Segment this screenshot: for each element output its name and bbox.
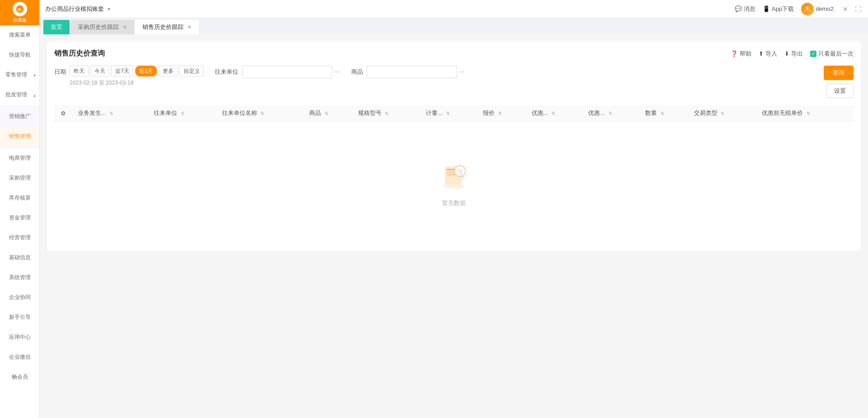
partner-dots[interactable]: ··· [334,66,340,78]
import-label: 导入 [765,50,777,58]
sidebar-item-quick-nav[interactable]: 快捷导航 [0,45,39,65]
tab-home[interactable]: 首页 [43,20,70,34]
sidebar-item-purchase-mgmt[interactable]: 采购管理 [0,168,39,188]
content-area: 销售历史价查询 ❓ 帮助 ⬆ 导入 ⬇ 导出 [40,34,868,418]
sidebar-item-corp-collab[interactable]: 企业协同 [0,288,39,308]
product-input[interactable] [367,66,457,78]
sort-icon[interactable]: ⇅ [260,111,264,116]
maximize-window-button[interactable]: ⛶ [854,5,863,14]
sidebar: 畅 标腾赢 搜索菜单 快捷导航 零售管理 ▾ 批发管理 ▴ 营销推广 销售管理 … [0,0,40,418]
tab-sales-history-close[interactable]: ✕ [187,24,192,30]
svg-rect-6 [447,172,455,173]
sort-icon[interactable]: ⇅ [807,111,810,116]
sidebar-item-label: 资金管理 [9,214,31,222]
product-dots[interactable]: ··· [459,66,465,78]
chevron-down-icon: ▾ [33,72,36,78]
empty-text: 暂无数据 [442,199,466,207]
col-discount1: 优惠... ⇅ [526,105,583,121]
sort-icon[interactable]: ⇅ [385,111,388,116]
sort-icon[interactable]: ⇅ [609,111,612,116]
col-product: 商品 ⇅ [304,105,353,121]
date-btn-last1month[interactable]: 近1月 [135,66,157,76]
sort-icon[interactable]: ⇅ [181,111,184,116]
sidebar-item-label: 畅会员 [12,374,28,381]
sidebar-item-label: 系统管理 [9,274,31,281]
sidebar-item-base-info[interactable]: 基础信息 [0,248,39,268]
sidebar-item-label: 基础信息 [9,254,31,261]
sidebar-item-search-menu[interactable]: 搜索菜单 [0,25,39,45]
col-settings: ⚙ [54,105,72,121]
sidebar-logo: 畅 标腾赢 [0,0,39,25]
import-button[interactable]: ⬆ 导入 [759,50,777,58]
sidebar-item-ecommerce[interactable]: 电商管理 [0,148,39,168]
message-icon: 💬 [735,5,742,12]
date-btn-more[interactable]: 更多 [159,66,178,76]
tab-purchase-history-label: 采购历史价跟踪 [78,23,119,31]
sidebar-item-corp-wechat[interactable]: 企业微信 [0,347,39,367]
svg-text:畅: 畅 [18,7,21,12]
export-button[interactable]: ⬇ 导出 [784,50,803,58]
tab-purchase-history[interactable]: 采购历史价跟踪 ✕ [71,20,134,34]
sidebar-item-app-center[interactable]: 应用中心 [0,328,39,347]
sidebar-item-member[interactable]: 畅会员 [0,367,39,387]
import-icon: ⬆ [759,50,764,57]
sidebar-item-retail-mgmt[interactable]: 零售管理 ▾ [0,65,39,85]
query-button[interactable]: 查询 [824,66,854,80]
sort-icon[interactable]: ⇅ [660,111,664,116]
sidebar-item-label: 销售管理 [9,133,31,140]
col-unit: 计量... ⇅ [420,105,477,121]
topbar-title: 办公用品行业模拟账套 [45,5,104,13]
topbar-dropdown-icon[interactable]: ▾ [108,6,110,12]
main-area: 办公用品行业模拟账套 ▾ 💬 消息 📱 App下载 demo2 ✕ ⛶ [40,0,868,418]
sidebar-item-inventory[interactable]: 库存核算 [0,188,39,208]
topbar: 办公用品行业模拟账套 ▾ 💬 消息 📱 App下载 demo2 ✕ ⛶ [40,0,868,18]
tab-purchase-history-close[interactable]: ✕ [123,24,127,30]
close-window-button[interactable]: ✕ [841,5,850,14]
sidebar-item-label: 库存核算 [9,195,31,202]
date-buttons: 昨天 今天 近7天 近1月 更多 自定义 [70,66,204,76]
sidebar-item-system[interactable]: 系统管理 [0,268,39,288]
sort-icon[interactable]: ⇅ [498,111,502,116]
topbar-right: 💬 消息 📱 App下载 demo2 ✕ ⛶ [735,3,863,15]
sort-icon[interactable]: ⇅ [109,111,113,116]
tab-sales-history[interactable]: 销售历史价跟踪 ✕ [135,20,199,34]
partner-input[interactable] [242,66,332,78]
sidebar-item-finance[interactable]: 资金管理 [0,208,39,228]
settings-button[interactable]: 设置 [826,84,854,98]
date-filter-label: 日期 [54,66,66,78]
last-once-checkbox[interactable] [810,51,816,57]
filter-right-actions: 查询 设置 [824,66,854,98]
date-btn-yesterday[interactable]: 昨天 [70,66,89,76]
col-spec: 规格型号 ⇅ [353,105,421,121]
col-quantity: 数量 ⇅ [640,105,689,121]
user-menu[interactable]: demo2 [801,3,834,15]
svg-point-8 [454,166,465,176]
date-btn-custom[interactable]: 自定义 [179,66,204,76]
product-filter-group: 商品 ··· [351,66,465,78]
last-once-checkbox-label[interactable]: 只看最后一次 [810,50,854,58]
date-btn-last7days[interactable]: 近7天 [111,66,133,76]
sidebar-item-label: 企业微信 [9,354,31,361]
help-button[interactable]: ❓ 帮助 [731,50,751,58]
sidebar-item-marketing[interactable]: 营销推广 [0,107,39,127]
partner-input-wrap: ··· [242,66,340,78]
sort-icon[interactable]: ⇅ [552,111,555,116]
sort-icon[interactable]: ⇅ [325,111,328,116]
sidebar-item-label: 批发管理 [5,91,27,99]
col-business-date: 业务发生... ⇅ [72,105,148,121]
help-icon: ❓ [731,50,738,57]
sidebar-item-label: 企业协同 [9,294,31,301]
date-btn-today[interactable]: 今天 [90,66,109,76]
app-download-button[interactable]: 📱 App下载 [763,5,794,13]
gear-icon[interactable]: ⚙ [61,110,66,117]
sort-icon[interactable]: ⇅ [721,111,724,116]
table-header: ⚙ 业务发生... ⇅ 往来单位 ⇅ 往来单位名称 [54,105,854,121]
col-partner-code: 往来单位 ⇅ [148,105,217,121]
sidebar-item-newbie[interactable]: 新手引导 [0,308,39,328]
sort-icon[interactable]: ⇅ [446,111,450,116]
message-button[interactable]: 💬 消息 [735,5,755,13]
sidebar-item-operations[interactable]: 经营管理 [0,228,39,248]
date-filter-group: 日期 昨天 今天 近7天 近1月 更多 自定义 2023-02-18 至 202… [54,66,204,87]
sidebar-item-wholesale-mgmt[interactable]: 批发管理 ▴ [0,85,39,105]
sidebar-item-sales-mgmt[interactable]: 销售管理 [0,127,39,147]
